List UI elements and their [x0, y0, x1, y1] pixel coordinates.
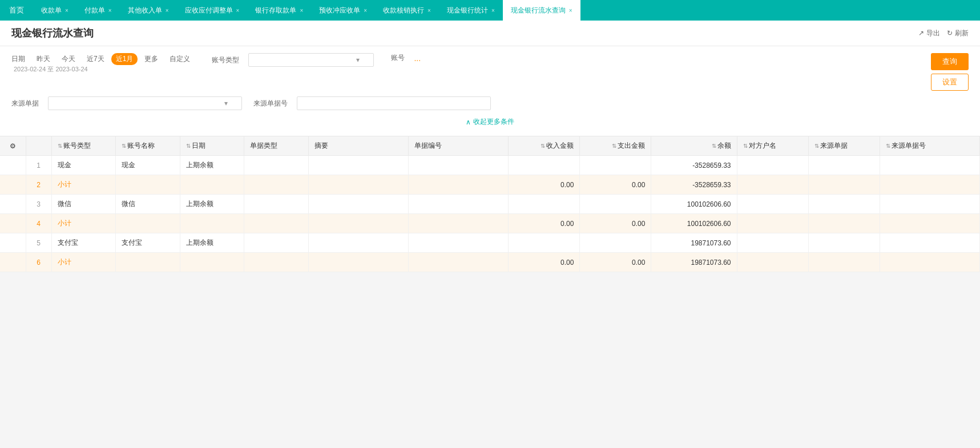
nav-tab-4[interactable]: 银行存取款单 ×	[247, 0, 311, 21]
settings-button[interactable]: 设置	[931, 74, 969, 91]
nav-tab-5[interactable]: 预收冲应收单 ×	[311, 0, 375, 21]
account-type-select[interactable]: ▾	[248, 53, 374, 67]
cell-summary	[308, 195, 408, 214]
col-balance[interactable]: ⇅余额	[651, 136, 737, 156]
cell-account-type: 小计	[51, 253, 116, 272]
source-doc-num-label: 来源单据号	[253, 99, 288, 108]
cell-income	[509, 195, 580, 214]
close-icon[interactable]: ×	[428, 7, 431, 14]
col-gear[interactable]: ⚙	[0, 136, 26, 156]
cell-balance: -3528659.33	[651, 156, 737, 175]
action-buttons: 查询 设置	[931, 53, 969, 91]
cell-doc-num	[409, 233, 509, 253]
cell-balance: 19871073.60	[651, 233, 737, 253]
date-option-more[interactable]: 更多	[140, 53, 163, 65]
date-option-1month[interactable]: 近1月	[111, 53, 138, 65]
refresh-icon: ↻	[947, 29, 953, 37]
col-summary: 摘要	[308, 136, 408, 156]
cell-account-name	[116, 175, 180, 195]
cell-party	[737, 175, 808, 195]
col-src-doc[interactable]: ⇅来源单据	[808, 136, 880, 156]
close-icon[interactable]: ×	[236, 7, 240, 14]
cell-summary	[308, 233, 408, 253]
cell-src-doc	[808, 253, 880, 272]
cell-doc-type	[244, 175, 309, 195]
nav-tab-0[interactable]: 收款单 ×	[33, 0, 76, 21]
page-title: 现金银行流水查询	[11, 26, 94, 40]
col-src-num[interactable]: ⇅来源单据号	[880, 136, 979, 156]
table-header-row: ⚙ ⇅账号类型 ⇅账号名称 ⇅日期 单据类型 摘要 单据编号 ⇅收入金额 ⇅支出…	[0, 136, 980, 156]
nav-tab-6[interactable]: 收款核销执行 ×	[375, 0, 439, 21]
nav-home[interactable]: 首页	[0, 0, 33, 21]
nav-tab-2[interactable]: 其他收入单 ×	[120, 0, 177, 21]
account-dots-button[interactable]: ...	[414, 54, 421, 63]
account-label: 账号	[391, 53, 405, 63]
page-header: 现金银行流水查询 ↗ 导出 ↻ 刷新	[0, 21, 980, 46]
export-button[interactable]: ↗ 导出	[918, 29, 940, 38]
cell-party	[737, 156, 808, 175]
col-doc-type: 单据类型	[244, 136, 309, 156]
dropdown-icon: ▾	[356, 56, 360, 64]
cell-src-num	[880, 233, 979, 253]
cell-doc-type	[244, 253, 309, 272]
cell-src-doc	[808, 233, 880, 253]
nav-tab-8[interactable]: 现金银行流水查询 ×	[503, 0, 580, 21]
cell-gear	[0, 214, 26, 233]
top-nav: 首页 收款单 × 付款单 × 其他收入单 × 应收应付调整单 × 银行存取款单 …	[0, 0, 980, 21]
cell-account-type: 现金	[51, 156, 116, 175]
cell-balance: 100102606.60	[651, 195, 737, 214]
nav-tab-7[interactable]: 现金银行统计 ×	[439, 0, 503, 21]
filter-area: 日期 昨天 今天 近7天 近1月 更多 自定义 2023-02-24 至 202…	[0, 46, 980, 136]
cell-account-type: 小计	[51, 175, 116, 195]
col-party[interactable]: ⇅对方户名	[737, 136, 808, 156]
cell-expense: 0.00	[580, 175, 651, 195]
nav-tab-1[interactable]: 付款单 ×	[76, 0, 120, 21]
cell-income: 0.00	[509, 175, 580, 195]
cell-party	[737, 253, 808, 272]
source-doc-num-input[interactable]	[297, 96, 491, 110]
cell-summary	[308, 156, 408, 175]
col-date[interactable]: ⇅日期	[180, 136, 244, 156]
close-icon[interactable]: ×	[65, 7, 68, 14]
date-option-custom[interactable]: 自定义	[165, 53, 195, 65]
date-option-7days[interactable]: 近7天	[82, 53, 109, 65]
cell-doc-num	[409, 195, 509, 214]
query-button[interactable]: 查询	[931, 53, 969, 70]
cell-balance: -3528659.33	[651, 175, 737, 195]
cell-account-name: 现金	[116, 156, 180, 175]
close-icon[interactable]: ×	[569, 7, 572, 14]
collapse-bar[interactable]: ∧ 收起更多条件	[11, 115, 969, 129]
cell-summary	[308, 214, 408, 233]
export-icon: ↗	[918, 29, 924, 37]
cell-doc-type	[244, 156, 309, 175]
close-icon[interactable]: ×	[364, 7, 367, 14]
cell-num: 6	[26, 253, 51, 272]
date-option-yesterday[interactable]: 昨天	[32, 53, 55, 65]
col-account-type[interactable]: ⇅账号类型	[51, 136, 116, 156]
cell-doc-num	[409, 175, 509, 195]
col-expense[interactable]: ⇅支出金额	[580, 136, 651, 156]
close-icon[interactable]: ×	[166, 7, 169, 14]
cell-summary	[308, 175, 408, 195]
nav-tab-3[interactable]: 应收应付调整单 ×	[177, 0, 248, 21]
col-account-name[interactable]: ⇅账号名称	[116, 136, 180, 156]
close-icon[interactable]: ×	[108, 7, 112, 14]
cell-src-num	[880, 195, 979, 214]
cell-income	[509, 156, 580, 175]
cell-num: 1	[26, 156, 51, 175]
cell-date: 上期余额	[180, 156, 244, 175]
cell-num: 2	[26, 175, 51, 195]
refresh-button[interactable]: ↻ 刷新	[947, 29, 969, 38]
close-icon[interactable]: ×	[491, 7, 495, 14]
source-doc-select[interactable]: ▾	[48, 96, 242, 110]
cell-src-num	[880, 253, 979, 272]
cell-gear	[0, 253, 26, 272]
col-income[interactable]: ⇅收入金额	[509, 136, 580, 156]
close-icon[interactable]: ×	[300, 7, 303, 14]
cell-income	[509, 233, 580, 253]
cell-doc-num	[409, 156, 509, 175]
cell-date: 上期余额	[180, 195, 244, 214]
cell-src-doc	[808, 175, 880, 195]
date-option-today[interactable]: 今天	[57, 53, 80, 65]
cell-src-doc	[808, 214, 880, 233]
